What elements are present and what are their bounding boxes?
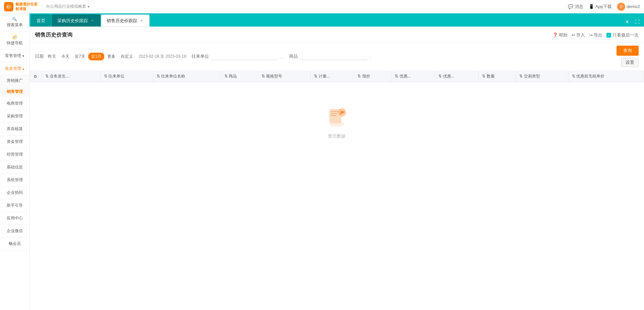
table-col-discount2[interactable]: ⇅ 优惠...: [435, 71, 479, 82]
table-col-biz-date[interactable]: ⇅ 业务发生...: [42, 71, 101, 82]
date-btn-yesterday[interactable]: 昨天: [46, 53, 58, 60]
table-col-quoted-price[interactable]: ⇅ 报价: [354, 71, 391, 82]
product-filter-group: 商品 ...: [289, 53, 373, 60]
sidebar-item-marketing[interactable]: 营销推广: [0, 75, 29, 86]
tab-home[interactable]: 首页: [31, 14, 51, 27]
sidebar-item-wholesale[interactable]: 批发管理 ▴: [0, 62, 29, 75]
message-button[interactable]: 💬 消息: [568, 4, 583, 10]
svg-text:6: 6: [7, 5, 8, 8]
sidebar-item-apps[interactable]: 应用中心: [0, 212, 29, 225]
table-col-spec[interactable]: ⇅ 规格型号: [258, 71, 311, 82]
sort-icon: ⇅: [104, 74, 107, 79]
chevron-down-icon: ▴: [22, 67, 24, 70]
sidebar-item-search[interactable]: 🔍 搜索菜单: [0, 13, 29, 32]
svg-rect-4: [331, 111, 339, 112]
avatar: D: [617, 3, 625, 11]
svg-point-8: [341, 111, 343, 114]
sidebar-item-sales-mgmt[interactable]: 销售管理: [0, 86, 29, 97]
tab-bar-actions: ✕ ⛶: [623, 18, 644, 27]
table-col-gear[interactable]: ⚙: [30, 71, 42, 82]
table-col-pre-tax-price[interactable]: ⇅ 优惠前无税单价: [568, 71, 644, 82]
help-icon: ❓: [552, 33, 558, 38]
sidebar-item-purchase[interactable]: 采购管理: [0, 110, 29, 123]
date-filter-label: 日期: [35, 53, 44, 59]
import-button[interactable]: ↩ 导入: [572, 32, 585, 38]
tab-purchase-history[interactable]: 采购历史价跟踪 ✕: [52, 14, 100, 27]
date-btn-more[interactable]: 更多: [105, 53, 118, 60]
help-button[interactable]: ❓ 帮助: [552, 32, 568, 38]
table-col-product[interactable]: ⇅ 商品: [221, 71, 258, 82]
tab-close-all-button[interactable]: ✕: [623, 18, 631, 26]
main-layout: 🔍 搜索菜单 🧭 快捷导航 零售管理 ▾ 批发管理 ▴ 营销推广 销售管理 电商…: [0, 13, 644, 310]
import-icon: ↩: [572, 33, 575, 38]
export-button[interactable]: ↪ 导出: [589, 32, 602, 38]
table-col-partner-code[interactable]: ⇅ 往来单位: [101, 71, 153, 82]
table-col-discount1[interactable]: ⇅ 优惠...: [391, 71, 435, 82]
table-col-quantity[interactable]: ⇅ 数量: [479, 71, 516, 82]
tab-sales-history-label: 销售历史价跟踪: [107, 18, 137, 24]
chevron-down-icon: ▾: [88, 4, 90, 9]
settings-button[interactable]: 设置: [621, 58, 639, 67]
date-filter-group: 日期 昨天 今天 近7天 近1月 更多 自定义 2023-02-18 至 202…: [35, 53, 186, 60]
page-actions: ❓ 帮助 ↩ 导入 ↪ 导出 只看最后一次: [552, 32, 639, 38]
sidebar-item-retail[interactable]: 零售管理 ▾: [0, 50, 29, 62]
sort-icon: ⇅: [519, 74, 523, 79]
tab-bar: 首页 采购历史价跟踪 ✕ 销售历史价跟踪 ✕ ✕ ⛶: [30, 13, 644, 27]
user-menu[interactable]: D demo2: [617, 3, 640, 11]
table-col-unit[interactable]: ⇅ 计量...: [311, 71, 354, 82]
query-button[interactable]: 查询: [616, 46, 639, 56]
sort-icon: ⇅: [45, 74, 49, 79]
partner-filter-dots: ...: [280, 54, 284, 59]
page-content: 销售历史价查询 ❓ 帮助 ↩ 导入 ↪ 导出: [30, 27, 644, 310]
sidebar-item-system[interactable]: 系统管理: [0, 174, 29, 187]
page-header: 销售历史价查询 ❓ 帮助 ↩ 导入 ↪ 导出: [30, 27, 644, 42]
tab-maximize-button[interactable]: ⛶: [633, 18, 641, 26]
partner-filter-input[interactable]: [211, 53, 278, 60]
tab-sales-history-close[interactable]: ✕: [139, 18, 144, 23]
sidebar-item-quick-nav[interactable]: 🧭 快捷导航: [0, 32, 29, 50]
download-icon: 📱: [589, 4, 594, 9]
sidebar-item-basic-info[interactable]: 基础信息: [0, 161, 29, 174]
date-btn-today[interactable]: 今天: [59, 53, 72, 60]
tab-sales-history[interactable]: 销售历史价跟踪 ✕: [101, 14, 150, 27]
app-download-button[interactable]: 📱 App下载: [589, 4, 612, 10]
tab-purchase-history-close[interactable]: ✕: [90, 18, 95, 23]
date-btn-custom[interactable]: 自定义: [118, 53, 135, 60]
product-filter-dots: ...: [369, 54, 373, 59]
sidebar-item-wechat[interactable]: 企业微信: [0, 225, 29, 238]
page-title: 销售历史价查询: [35, 32, 72, 39]
date-btn-last7days[interactable]: 近7天: [72, 53, 88, 60]
logo-text: 畅捷通好生意 标准版: [15, 2, 38, 11]
table-col-partner-name[interactable]: ⇅ 往来单位名称: [153, 71, 221, 82]
sidebar-item-inventory[interactable]: 库存核算: [0, 123, 29, 136]
sidebar-item-operations[interactable]: 经营管理: [0, 148, 29, 161]
partner-filter-label: 往来单位: [192, 53, 209, 59]
tab-home-label: 首页: [37, 18, 45, 24]
show-last-only-checkbox[interactable]: 只看最后一次: [606, 32, 639, 38]
app-selector[interactable]: 办公用品行业模拟账套 ▾: [42, 4, 90, 9]
sidebar-item-finance[interactable]: 资金管理: [0, 136, 29, 148]
sort-icon: ⇅: [572, 74, 575, 79]
sort-icon: ⇅: [314, 74, 317, 79]
logo-icon: 6: [4, 2, 13, 11]
sort-icon: ⇅: [395, 74, 398, 79]
sort-icon: ⇅: [157, 74, 160, 79]
sidebar-item-enterprise[interactable]: 企业协同: [0, 187, 29, 199]
sort-icon: ⇅: [262, 74, 265, 79]
sidebar: 🔍 搜索菜单 🧭 快捷导航 零售管理 ▾ 批发管理 ▴ 营销推广 销售管理 电商…: [0, 13, 30, 310]
svg-rect-6: [331, 115, 336, 116]
chevron-right-icon: ▾: [22, 54, 24, 58]
empty-state: 暂元数据: [30, 82, 644, 159]
empty-icon: [323, 102, 350, 129]
product-filter-input[interactable]: [300, 53, 367, 60]
app-selector-label: 办公用品行业模拟账套: [46, 4, 86, 9]
sort-icon: ⇅: [482, 74, 485, 79]
top-bar: 6 畅捷通好生意 标准版 办公用品行业模拟账套 ▾ 💬 消息 📱 App下载 D…: [0, 0, 644, 13]
sidebar-item-ecommerce[interactable]: 电商管理: [0, 97, 29, 110]
empty-text: 暂元数据: [328, 133, 345, 139]
table-header-row: ⚙ ⇅ 业务发生... ⇅ 往来单位 ⇅: [30, 71, 644, 82]
sidebar-item-guide[interactable]: 新手引导: [0, 199, 29, 212]
date-btn-last1month[interactable]: 近1月: [88, 53, 105, 60]
sidebar-item-member[interactable]: 畅会员: [0, 238, 29, 250]
table-col-trade-type[interactable]: ⇅ 交易类型: [516, 71, 569, 82]
